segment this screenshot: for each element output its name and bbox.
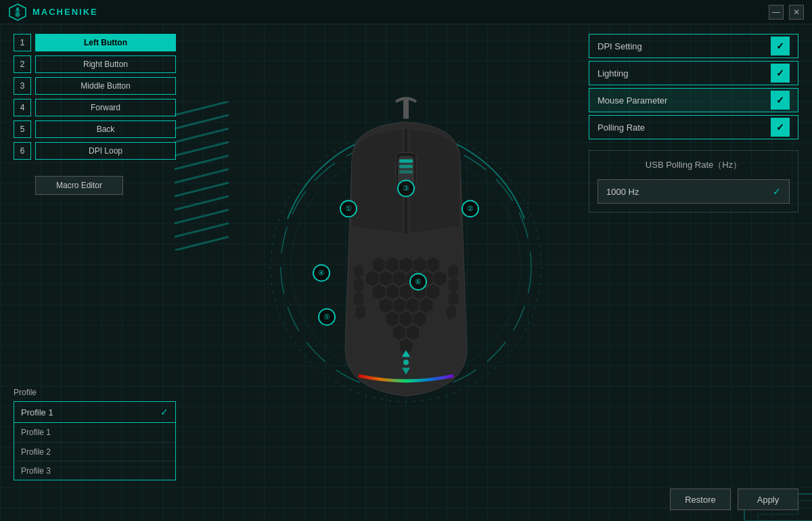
left-panel: 1 Left Button 2 Right Button 3 Middle Bu… [14,34,176,195]
setting-polling-rate[interactable]: Polling Rate ✓ [589,115,798,139]
polling-rate-section: USB Polling Rate（Hz） 1000 Hz ✓ [589,150,798,212]
setting-lighting[interactable]: Lighting ✓ [589,61,798,85]
profile-dropdown[interactable]: Profile 1 ✓ Profile 1 Profile 2 Profile … [14,401,176,480]
restore-button[interactable]: Restore [670,489,731,510]
hotspot-4[interactable]: ④ [313,264,330,281]
setting-mouse-param[interactable]: Mouse Parameter ✓ [589,88,798,112]
profile-selected-value: Profile 1 [21,407,53,417]
btn-middle-button[interactable]: Middle Button [35,77,176,95]
settings-list: DPI Setting ✓ Lighting ✓ Mouse Parameter… [589,34,798,139]
profile-section: Profile Profile 1 ✓ Profile 1 Profile 2 … [14,388,176,480]
btn-num-2: 2 [14,55,31,73]
app-title: MACHENIKE [32,7,98,17]
hotspot-3[interactable]: ③ [397,179,415,197]
hotspot-2[interactable]: ② [461,200,479,217]
profile-label: Profile [14,388,176,397]
svg-line-51 [175,115,229,129]
profile-option-3[interactable]: Profile 3 [14,461,175,480]
svg-line-52 [175,129,229,142]
svg-rect-12 [399,170,413,173]
svg-rect-11 [399,164,413,168]
profile-option-1[interactable]: Profile 1 [14,423,175,442]
btn-left-button[interactable]: Left Button [35,34,176,51]
btn-row-6: 6 DPI Loop [14,142,176,160]
btn-row-5: 5 Back [14,120,176,138]
setting-dpi-label: DPI Setting [597,41,771,51]
btn-back[interactable]: Back [35,120,176,138]
close-button[interactable]: ✕ [789,5,804,20]
svg-line-59 [175,223,229,237]
btn-row-3: 3 Middle Button [14,77,176,95]
hotspot-5[interactable]: ⑤ [318,308,336,325]
svg-line-58 [175,210,229,223]
dpi-chevron-icon: ✓ [771,37,790,55]
btn-num-6: 6 [14,142,31,160]
polling-rate-dropdown[interactable]: 1000 Hz ✓ [597,179,790,204]
polling-rate-value: 1000 Hz [606,187,773,197]
button-list: 1 Left Button 2 Right Button 3 Middle Bu… [14,34,176,160]
btn-num-4: 4 [14,99,31,116]
bottom-buttons: Restore Apply [670,489,798,510]
mouse-param-chevron-icon: ✓ [771,91,790,110]
title-bar: MACHENIKE — ✕ [0,0,812,24]
profile-check-icon: ✓ [160,407,168,417]
svg-line-55 [175,169,229,183]
setting-mouse-param-label: Mouse Parameter [597,95,771,106]
btn-right-button[interactable]: Right Button [35,55,176,73]
setting-lighting-label: Lighting [597,68,771,78]
btn-dpi-loop[interactable]: DPI Loop [35,142,176,160]
btn-row-2: 2 Right Button [14,55,176,73]
mouse-image: ① ② ③ ④ ⑤ ⑥ [298,91,514,443]
minimize-button[interactable]: — [769,5,784,20]
svg-rect-10 [399,159,413,162]
setting-dpi[interactable]: DPI Setting ✓ [589,34,798,58]
svg-line-56 [175,183,229,196]
svg-line-54 [175,156,229,169]
svg-line-60 [175,237,229,250]
polling-dropdown-chevron-icon: ✓ [773,186,781,197]
svg-point-49 [403,359,409,365]
btn-num-3: 3 [14,77,31,95]
hotspot-6[interactable]: ⑥ [409,273,427,290]
profile-selected[interactable]: Profile 1 ✓ [14,402,175,422]
hotspot-1[interactable]: ① [340,200,357,217]
btn-row-1: 1 Left Button [14,34,176,51]
polling-rate-title: USB Polling Rate（Hz） [597,159,790,171]
profile-options: Profile 1 Profile 2 Profile 3 [14,422,175,480]
polling-rate-chevron-icon: ✓ [771,118,790,137]
profile-option-2[interactable]: Profile 2 [14,442,175,461]
logo-icon [8,3,27,22]
setting-polling-rate-label: Polling Rate [597,122,771,133]
right-panel: DPI Setting ✓ Lighting ✓ Mouse Parameter… [589,34,798,212]
btn-num-5: 5 [14,120,31,138]
apply-button[interactable]: Apply [738,489,798,510]
app-logo: MACHENIKE [8,3,98,22]
svg-line-53 [175,142,229,156]
lighting-chevron-icon: ✓ [771,64,790,83]
btn-num-1: 1 [14,34,31,51]
svg-line-57 [175,196,229,210]
macro-editor-button[interactable]: Macro Editor [35,176,123,195]
btn-forward[interactable]: Forward [35,99,176,116]
window-controls: — ✕ [769,5,804,20]
btn-row-4: 4 Forward [14,99,176,116]
svg-line-50 [175,101,229,115]
